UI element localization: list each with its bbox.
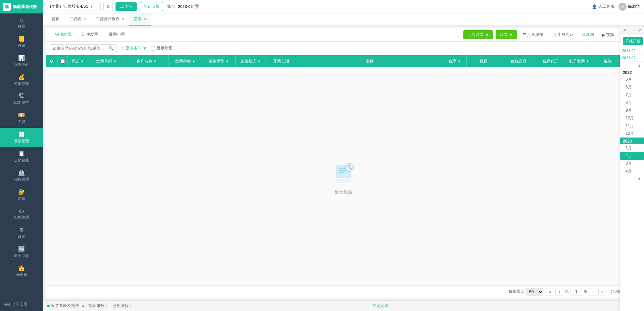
show-detail-checkbox[interactable] [151,46,155,50]
month-2022-9[interactable]: 9月 [620,107,644,114]
date-nav-down-icon[interactable]: ▼ [637,177,641,181]
sidebar-item-settings[interactable]: ⚙ 设置 [0,223,43,242]
new-button[interactable]: ⊕ 新增 [579,30,597,39]
no-voucher-button[interactable]: 无凭取票 ▼ [463,30,493,39]
filterbar: 🔍 ▽ 更多条件 ▼ 显示明细 [46,42,641,55]
tax-icon: 🏦 [18,169,25,176]
service-icon: 👤 [592,4,597,9]
sidebar-label-archive: 归档管理 [14,215,29,220]
sidebar-item-ledger[interactable]: 📒 总账 [0,32,43,51]
invoice-status-sort-icon[interactable]: ▼ [258,60,261,63]
search-wrapper: 🔍 [50,44,117,52]
subtab-sales[interactable]: 销项发票 [50,28,77,41]
sidebar-item-salary[interactable]: 💴 工资 [0,109,43,128]
guide-icon: 🆕 [18,246,25,252]
batch-ops-button[interactable]: ☰ 批量操作 [520,30,546,39]
funds-icon: 💰 [18,74,25,80]
prev-page-button[interactable]: ‹ [555,288,563,296]
tab-invoice[interactable]: 发票 ✕ [129,13,151,26]
grid-view-icon[interactable]: ⊞ [457,33,461,37]
tab-home[interactable]: 首页 [47,13,64,26]
sidebar-item-home[interactable]: ⌂ 首页 [0,13,43,32]
th-invoice-type: 发票种类 ▼ [169,55,202,67]
switch-old-button[interactable]: 切到旧版 [140,2,163,11]
sidebar-item-invoice[interactable]: 🧾 发票管理 [0,128,43,147]
tab-salary-close-icon[interactable]: ✕ [83,17,86,21]
date-nav-up-icon[interactable]: ▲ [637,63,641,68]
search-icon[interactable]: 🔍 [108,46,114,51]
company-selector[interactable]: (勿删）江西股宝-LSS ▼ [47,3,101,10]
invoice-type-sort-icon[interactable]: ▼ [192,60,195,63]
content-area: 销项发票 进项发票 费用小票 ⊞ 无凭取票 ▼ [43,26,644,311]
e-invoice-sort-icon[interactable]: ▼ [586,60,589,63]
voucher-sort-icon[interactable]: ▼ [81,60,84,63]
tab-salary-stats[interactable]: 工资统计报表 ✕ [91,13,129,26]
month-2023-2[interactable]: 2月 [620,152,644,160]
sidebar-item-sales[interactable]: 📋 进销台账 [0,147,43,166]
next-page-button[interactable]: › [589,288,597,296]
month-2022-6[interactable]: 6月 [620,83,644,91]
last-page-button[interactable]: » [598,288,606,296]
sidebar-item-tax[interactable]: 🏦 税务管理 [0,166,43,185]
th-settings[interactable]: ⚙ [46,55,58,67]
video-button[interactable]: ▶ 视频 [599,30,617,39]
date-panel-expand-icon[interactable]: ⤢ [638,28,641,33]
invoice-no-sort-icon[interactable]: ▼ [113,60,117,63]
service-button[interactable]: 👤 人工客服 [592,4,614,9]
sidebar-label-assets: 固定资产 [14,100,29,105]
invoice-category-sort-icon[interactable]: ▼ [226,60,229,63]
month-2022-8[interactable]: 8月 [620,99,644,107]
month-2023-4[interactable]: 4月 [620,167,644,175]
date-panel-close-icon[interactable]: ✕ [623,28,627,33]
th-tax-total: 价税合计 [500,55,537,67]
sidebar-item-reports[interactable]: 📊 报表中心 [0,51,43,71]
status-used: 已用张数： [112,303,133,309]
sidebar-item-archive[interactable]: 🗂 归档管理 [0,204,43,223]
per-page-dropdown[interactable]: 10 20 50 100 [526,288,543,296]
service-label: 人工客服 [598,4,614,9]
copy-button[interactable]: ⧉ [103,2,113,11]
subtab-purchase[interactable]: 进项发票 [77,28,103,41]
sidebar-label-reports: 报表中心 [14,62,29,67]
status-remaining: 剩余张数： [88,303,108,309]
first-page-button[interactable]: « [546,288,554,296]
more-conditions-button[interactable]: ▽ 更多条件 ▼ [121,45,147,51]
sidebar-item-assets[interactable]: 🏗 固定资产 [0,90,43,109]
subtab-expense[interactable]: 费用小票 [103,28,130,41]
period-calendar-icon[interactable]: 📅 [194,4,199,9]
gen-voucher-button[interactable]: 📄 生成凭证 [549,30,576,39]
archive-icon: 🗂 [19,208,24,214]
search-input[interactable] [53,46,107,51]
month-2022-12[interactable]: 12月 [620,130,644,138]
tab-salary-stats-label: 工资统计报表 [95,16,120,22]
month-2022-7[interactable]: 7月 [620,91,644,99]
month-2023-1[interactable]: 1月 [620,144,644,152]
date-panel-nav: ▲ [620,62,644,69]
tab-invoice-close-icon[interactable]: ✕ [144,17,146,21]
page-input[interactable] [570,288,582,296]
sidebar-collapse-btn[interactable]: ◀◀ 取消固定 [1,300,42,308]
subtabs-left: 销项发票 进项发票 费用小票 [50,28,130,41]
month-2023-3[interactable]: 3月 [620,160,644,167]
tax-rate-sort-icon[interactable]: ▼ [458,60,461,63]
workbench-button[interactable]: 工作台 [116,2,137,11]
voucher-button[interactable]: 取票 ▼ [496,30,517,39]
show-detail-label[interactable]: 显示明细 [151,45,173,51]
sidebar-item-member[interactable]: 👑 畅会员 [0,262,43,281]
sidebar-item-guide[interactable]: 🆕 新手引导 [0,242,43,262]
th-check[interactable] [58,55,68,67]
sidebar-item-funds[interactable]: 💰 资金管理 [0,71,43,90]
select-all-checkbox[interactable] [60,59,65,64]
month-2022-5[interactable]: 5月 [620,76,644,83]
tab-salary[interactable]: 工资表 ✕ [64,13,91,26]
gen-voucher-icon: 📄 [551,33,556,37]
sidebar-item-closing[interactable]: 🔐 结账 [0,185,43,204]
tab-salary-stats-close-icon[interactable]: ✕ [122,17,124,21]
customer-sort-icon[interactable]: ▼ [153,60,157,63]
month-2022-10[interactable]: 10月 [620,114,644,122]
user-info[interactable]: 人 徐溢华 [618,3,640,11]
th-e-invoice: 电子发票 ▼ [564,55,594,67]
add-purchase-link[interactable]: 加购记录 [372,303,388,309]
open-period-button[interactable]: 开账日期 [623,37,643,45]
month-2022-11[interactable]: 11月 [620,122,644,130]
